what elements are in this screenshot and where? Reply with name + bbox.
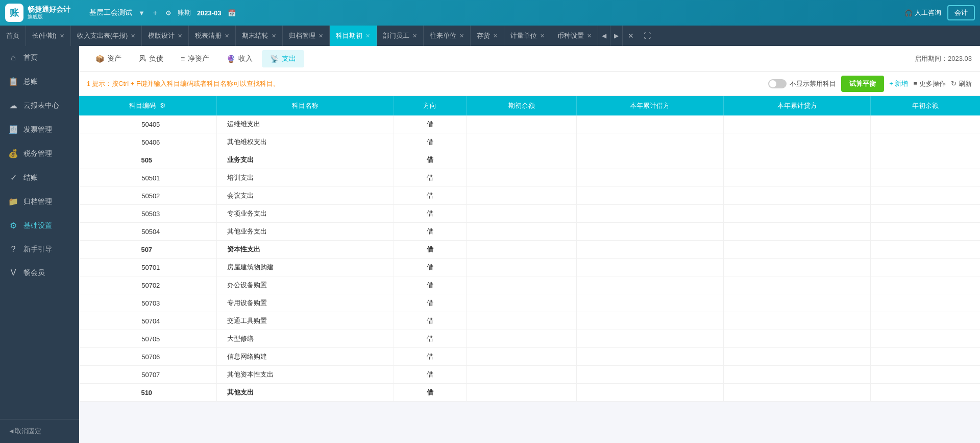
cell-direction: 借	[394, 312, 467, 330]
tab-close-inventory[interactable]: ✕	[493, 33, 498, 39]
table-row[interactable]: 50707 其他资本性支出 借	[79, 366, 980, 384]
sidebar-item-newbie-guide[interactable]: ? 新手引导	[0, 238, 79, 261]
add-company-icon[interactable]: ＋	[151, 8, 159, 18]
table-row[interactable]: 50705 大型修缮 借	[79, 330, 980, 348]
balance-button[interactable]: 试算平衡	[841, 76, 884, 92]
tab-close-period-end[interactable]: ✕	[272, 33, 276, 39]
table-row[interactable]: 50702 办公设备购置 借	[79, 276, 980, 294]
tab-close-all-button[interactable]: ✕	[623, 26, 639, 46]
sidebar-item-cloud-report[interactable]: ☁ 云报表中心	[0, 94, 79, 118]
tab-close-dept[interactable]: ✕	[412, 33, 417, 39]
calendar-icon[interactable]: 📅	[228, 9, 236, 17]
sidebar-item-invoice[interactable]: 🧾 发票管理	[0, 118, 79, 142]
sub-tab-expenditure[interactable]: 📡 支出	[262, 50, 304, 67]
tab-currency[interactable]: 币种设置 ✕	[551, 26, 598, 46]
tab-trade-unit[interactable]: 往来单位 ✕	[424, 26, 471, 46]
cell-ytd-debit	[576, 366, 723, 384]
tab-home[interactable]: 首页	[0, 26, 26, 46]
cell-ytd-credit	[724, 384, 871, 402]
tab-archive[interactable]: 归档管理 ✕	[283, 26, 330, 46]
sub-tab-asset[interactable]: 📦 资产	[87, 50, 130, 67]
table-row[interactable]: 50704 交通工具购置 借	[79, 312, 980, 330]
table-row[interactable]: 50706 信息网络购建 借	[79, 348, 980, 366]
sidebar-item-member[interactable]: V 畅会员	[0, 261, 79, 285]
cell-ytd-debit	[576, 187, 723, 205]
tab-close-trade[interactable]: ✕	[459, 33, 464, 39]
table-row[interactable]: 50501 培训支出 借	[79, 169, 980, 187]
sub-tab-net-assets-label: 净资产	[188, 54, 209, 63]
table-row[interactable]: 510 其他支出 借	[79, 384, 980, 402]
sub-tab-expenditure-label: 支出	[282, 54, 296, 63]
tab-subject-init[interactable]: 科目期初 ✕	[330, 26, 377, 46]
tab-close-archive[interactable]: ✕	[318, 33, 323, 39]
sidebar-label-settle: 结账	[23, 173, 38, 182]
tab-close-balance-mid[interactable]: ✕	[60, 33, 64, 39]
sub-tab-liability[interactable]: 风 负债	[131, 50, 172, 67]
sidebar-collapse-button[interactable]: ◄取消固定	[0, 419, 79, 443]
tab-close-template[interactable]: ✕	[178, 33, 182, 39]
tab-measure-unit[interactable]: 计量单位 ✕	[504, 26, 551, 46]
account-button[interactable]: 会计	[947, 5, 975, 20]
tab-tax-clear[interactable]: 税表清册 ✕	[189, 26, 236, 46]
tab-close-currency[interactable]: ✕	[587, 33, 592, 39]
tab-balance-mid[interactable]: 长(中期) ✕	[26, 26, 71, 46]
col-settings-icon[interactable]: ⚙	[160, 102, 166, 109]
cell-code: 510	[79, 384, 216, 402]
sidebar-item-tax[interactable]: 💰 税务管理	[0, 142, 79, 166]
sub-tab-income[interactable]: 🔮 收入	[218, 50, 261, 67]
member-icon: V	[8, 268, 18, 277]
table-row[interactable]: 507 资本性支出 借	[79, 241, 980, 259]
tab-income-annual[interactable]: 收入支出表(年报) ✕	[71, 26, 142, 46]
cell-code: 50701	[79, 259, 216, 276]
table-row[interactable]: 505 业务支出 借	[79, 151, 980, 169]
cell-ytd-debit	[576, 294, 723, 312]
tab-close-income-annual[interactable]: ✕	[131, 33, 135, 39]
cell-code: 50503	[79, 205, 216, 223]
sidebar-item-home[interactable]: ⌂ 首页	[0, 46, 79, 69]
sidebar-item-basic-settings[interactable]: ⚙ 基础设置	[0, 214, 79, 238]
table-row[interactable]: 50406 其他维权支出 借	[79, 133, 980, 151]
cell-direction: 借	[394, 151, 467, 169]
sidebar-label-archive: 归档管理	[23, 197, 52, 206]
tab-scroll-left-button[interactable]: ◀	[598, 26, 610, 46]
refresh-button[interactable]: ↻ 刷新	[951, 79, 972, 88]
tab-scroll-right-button[interactable]: ▶	[610, 26, 623, 46]
table-row[interactable]: 50503 专项业务支出 借	[79, 205, 980, 223]
cell-year-begin	[871, 187, 980, 205]
cell-direction: 借	[394, 241, 467, 259]
cell-year-begin	[871, 366, 980, 384]
tab-expand-button[interactable]: ⛶	[639, 26, 655, 46]
settings-icon[interactable]: ⚙	[165, 9, 172, 17]
company-dropdown-icon[interactable]: ▼	[138, 9, 145, 17]
cell-code: 50406	[79, 133, 216, 151]
table-row[interactable]: 50703 专用设备购置 借	[79, 294, 980, 312]
table-row[interactable]: 50701 房屋建筑物购建 借	[79, 259, 980, 276]
sidebar-item-settle[interactable]: ✓ 结账	[0, 166, 79, 190]
sidebar-label-basic-settings: 基础设置	[23, 221, 52, 230]
sub-tab-net-assets[interactable]: ≡ 净资产	[173, 50, 217, 67]
sidebar-item-archive-mgmt[interactable]: 📁 归档管理	[0, 190, 79, 214]
toggle-disable-switch[interactable]	[768, 79, 787, 88]
tab-close-measure[interactable]: ✕	[540, 33, 545, 39]
app-logo-icon: 账	[5, 4, 23, 22]
tab-template[interactable]: 模版设计 ✕	[142, 26, 189, 46]
table-row[interactable]: 50502 会议支出 借	[79, 187, 980, 205]
tab-period-end[interactable]: 期末结转 ✕	[236, 26, 283, 46]
tab-dept-employee[interactable]: 部门员工 ✕	[377, 26, 424, 46]
tab-close-tax[interactable]: ✕	[225, 33, 229, 39]
cell-ytd-debit	[576, 276, 723, 294]
toolbar-right: 不显示禁用科目 试算平衡 + 新增 ≡ 更多操作 ↻ 刷新	[768, 76, 972, 92]
add-button[interactable]: + 新增	[889, 79, 908, 88]
more-button[interactable]: ≡ 更多操作	[913, 79, 946, 88]
table-row[interactable]: 50405 运维维支出 借	[79, 115, 980, 133]
table-row[interactable]: 50504 其他业务支出 借	[79, 223, 980, 241]
cell-period-balance	[467, 241, 577, 259]
cell-code: 507	[79, 241, 216, 259]
tab-inventory[interactable]: 存货 ✕	[471, 26, 504, 46]
tab-close-subject-init[interactable]: ✕	[365, 33, 370, 39]
logo-area: 账 畅捷通好会计 旗舰版	[5, 4, 84, 22]
cell-period-balance	[467, 133, 577, 151]
cell-period-balance	[467, 187, 577, 205]
support-button[interactable]: 🎧 人工咨询	[904, 8, 941, 17]
sidebar-item-ledger[interactable]: 📋 总账	[0, 69, 79, 94]
